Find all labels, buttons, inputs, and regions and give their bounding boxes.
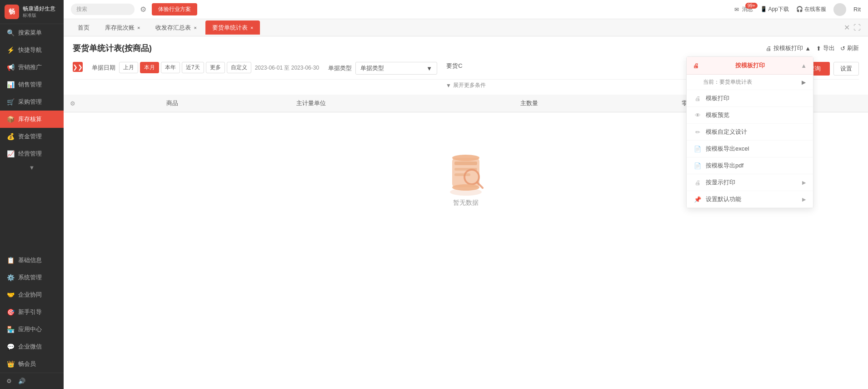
dropdown-item-display-print[interactable]: 🖨 按显示打印 ▶ xyxy=(687,174,813,191)
dropdown-item-template-preview[interactable]: 👁 模板预览 xyxy=(687,107,813,124)
dropdown-item-template-print[interactable]: 🖨 模板打印 xyxy=(687,90,813,107)
dropdown-current-item[interactable]: 当前：要货单统计表 ▶ xyxy=(687,75,813,90)
refresh-button[interactable]: ↺ 刷新 xyxy=(840,44,859,52)
online-service-link[interactable]: 🎧 在线客服 xyxy=(796,5,826,13)
dropdown-item-template-design[interactable]: ✏ 模板自定义设计 xyxy=(687,124,813,141)
dropdown-sub-label: 设置默认功能 xyxy=(706,195,741,203)
sub-arrow-icon2: ▶ xyxy=(802,197,806,202)
settings-gear-icon[interactable]: ⚙ xyxy=(140,5,146,14)
tab-inventory-batch-label: 库存批次账 xyxy=(105,24,135,32)
dropdown-item-export-excel[interactable]: 📄 按模板导出excel xyxy=(687,141,813,157)
sidebar-item-appstore[interactable]: 🏪 应用中心 xyxy=(0,321,64,338)
tab-home[interactable]: 首页 xyxy=(71,20,96,35)
current-label: 当前：要货单统计表 xyxy=(703,78,752,86)
topbar-actions: ✉ 99+ 消息 📱 App下载 🎧 在线客服 Rit xyxy=(734,3,861,16)
dropdown-item-set-default[interactable]: 📌 设置默认功能 ▶ xyxy=(687,191,813,208)
sidebar-item-finance[interactable]: 💰 资金管理 xyxy=(0,128,64,145)
sidebar-item-basic[interactable]: 📋 基础信息 xyxy=(0,252,64,269)
sidebar-item-sales[interactable]: 📊 销售管理 xyxy=(0,76,64,93)
sidebar-item-shortcut[interactable]: ⚡ 快捷导航 xyxy=(0,41,64,59)
dropdown-item-label: 模板预览 xyxy=(706,111,729,119)
svg-rect-2 xyxy=(454,162,477,165)
order-type-select[interactable]: 单据类型 ▼ xyxy=(355,62,437,75)
cargo-label: 要货C xyxy=(446,62,462,70)
chevron-up-icon[interactable]: ▲ xyxy=(801,62,807,69)
sidebar-item-collab[interactable]: 🤝 企业协同 xyxy=(0,286,64,303)
tab-home-label: 首页 xyxy=(78,24,90,32)
info-icon: 📋 xyxy=(6,257,15,264)
sidebar-item-guide[interactable]: 🎯 新手引导 xyxy=(0,303,64,321)
search-box[interactable]: 搜索 xyxy=(71,4,135,15)
filter-expand-btn[interactable]: ❯❯ xyxy=(73,62,83,72)
date-range: 2023-06-01 至 2023-06-30 xyxy=(255,64,319,72)
trending-icon: 📈 xyxy=(6,150,15,157)
order-type-placeholder: 单据类型 xyxy=(360,64,384,72)
export-button[interactable]: ⬆ 导出 xyxy=(816,44,835,52)
tab-order-stats-close[interactable]: × xyxy=(250,25,253,30)
tab-inventory-batch-close[interactable]: × xyxy=(137,25,140,30)
more-btn[interactable]: 更多 xyxy=(206,62,225,73)
sidebar-bottom: ⚙ 🔊 xyxy=(0,373,64,389)
expand-window-btn[interactable]: ⛶ xyxy=(853,24,861,32)
main-content: 搜索 ⚙ 体验行业方案 ✉ 99+ 消息 📱 App下载 🎧 在线客服 Rit xyxy=(64,0,868,389)
sidebar-item-system[interactable]: ⚙️ 系统管理 xyxy=(0,269,64,286)
expand-icon: ▼ xyxy=(446,82,451,89)
messages-wrap[interactable]: ✉ 99+ 消息 xyxy=(734,5,753,13)
refresh-icon: ↺ xyxy=(840,45,845,52)
tab-inventory-batch[interactable]: 库存批次账 × xyxy=(98,20,147,35)
dropdown-item-label: 按模板导出excel xyxy=(706,145,749,153)
sidebar-item-purchase[interactable]: 🛒 采购管理 xyxy=(0,93,64,111)
messages-badge: 99+ xyxy=(745,3,758,9)
tab-order-stats[interactable]: 要货单统计表 × xyxy=(205,20,260,35)
current-year-btn[interactable]: 本年 xyxy=(161,62,180,73)
sidebar-item-wechat[interactable]: 💬 企业微信 xyxy=(0,338,64,355)
box-icon: 📦 xyxy=(6,116,15,123)
scroll-down-btn[interactable]: ▼ xyxy=(0,162,64,173)
tab-order-stats-label: 要货单统计表 xyxy=(212,24,248,32)
col-settings[interactable]: ⚙ xyxy=(64,95,160,112)
app-download-link[interactable]: 📱 App下载 xyxy=(760,5,789,13)
empty-text: 暂无数据 xyxy=(453,199,479,207)
gear-icon: ⚙️ xyxy=(6,274,15,281)
tab-receipt-summary-close[interactable]: × xyxy=(194,25,196,30)
sidebar-item-label: 新手引导 xyxy=(18,308,42,316)
audio-icon[interactable]: 🔊 xyxy=(18,378,25,384)
handshake-icon: 🤝 xyxy=(6,291,15,298)
sidebar-item-search[interactable]: 🔍 搜索菜单 xyxy=(0,24,64,41)
dropdown-item-export-pdf[interactable]: 📄 按模板导出pdf xyxy=(687,157,813,174)
sidebar-item-operations[interactable]: 📈 经营管理 xyxy=(0,145,64,162)
print-icon: 🖨 xyxy=(694,95,701,102)
online-service-label: 在线客服 xyxy=(804,6,826,12)
preview-icon: 👁 xyxy=(694,112,701,119)
app-download-label: App下载 xyxy=(768,6,788,12)
current-month-btn[interactable]: 本月 xyxy=(140,62,159,73)
svg-point-7 xyxy=(452,155,479,161)
printer-icon: 🖨 xyxy=(766,45,772,52)
order-type-filter-group: 单据类型 单据类型 ▼ xyxy=(328,62,437,75)
dropdown-item-label: 模板打印 xyxy=(706,94,729,102)
sidebar-item-label: 应用中心 xyxy=(18,325,42,333)
sidebar-item-label: 企业微信 xyxy=(18,343,42,351)
prev-month-btn[interactable]: 上月 xyxy=(119,62,138,73)
sidebar-item-member[interactable]: 👑 畅会员 xyxy=(0,355,64,373)
close-window-btn[interactable]: ✕ xyxy=(844,23,850,32)
settings-icon[interactable]: ⚙ xyxy=(6,378,12,384)
page-title: 要货单统计表(按商品) xyxy=(73,43,152,54)
table-settings-icon[interactable]: ⚙ xyxy=(70,100,75,107)
tab-receipt-summary[interactable]: 收发存汇总表 × xyxy=(149,20,203,35)
tabs-bar: 首页 库存批次账 × 收发存汇总表 × 要货单统计表 × ✕ ⛶ xyxy=(64,19,868,36)
cargo-type-filter-group: 要货C xyxy=(446,62,462,70)
trial-button[interactable]: 体验行业方案 xyxy=(152,3,197,15)
print-button[interactable]: 🖨 按模板打印 ▲ xyxy=(766,44,811,52)
dropdown-panel: 🖨 按模板打印 ▲ 当前：要货单统计表 ▶ 🖨 模板打印 👁 模板预览 xyxy=(686,56,813,208)
avatar[interactable] xyxy=(833,3,846,16)
sidebar-item-inventory[interactable]: 📦 库存核算 xyxy=(0,111,64,128)
sidebar-item-marketing[interactable]: 📢 营销推广 xyxy=(0,59,64,76)
settings-button[interactable]: 设置 xyxy=(833,62,859,76)
excel-icon: 📄 xyxy=(694,146,701,152)
display-print-icon: 🖨 xyxy=(694,179,701,186)
sidebar-item-label: 搜索菜单 xyxy=(18,29,42,37)
custom-btn[interactable]: 自定义 xyxy=(227,62,251,73)
last7-btn[interactable]: 近7天 xyxy=(182,62,204,73)
col-quantity: 主数量 xyxy=(514,95,675,112)
